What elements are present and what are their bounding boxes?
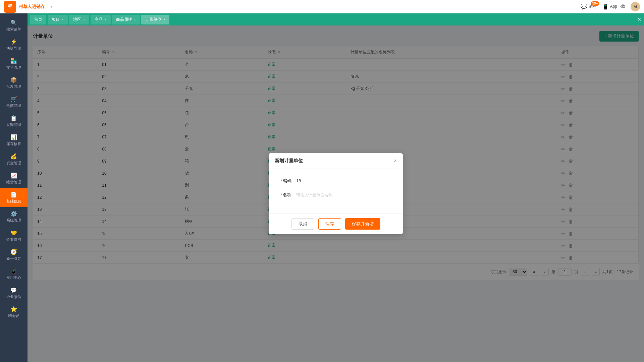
avatar[interactable]: Ai (631, 2, 640, 11)
tab-product-attr-label: 商品属性 (116, 17, 132, 22)
sidebar-item-inventory[interactable]: 📊 库存核算 (0, 131, 28, 150)
top-bar: 稻 稻草人进销存 ▾ 💬 消息 99+ 📱 App下载 Ai (0, 0, 644, 13)
name-input[interactable] (294, 191, 397, 199)
tab-product-attr[interactable]: 商品属性 × (112, 15, 140, 24)
download-icon: 📱 (602, 3, 609, 10)
sidebar-item-system[interactable]: ⚙️ 系统管理 (0, 207, 28, 226)
sidebar-item-guide[interactable]: 🧭 新手引导 (0, 245, 28, 264)
sidebar-label-guide: 新手引导 (6, 256, 21, 261)
sidebar-label-app: 应用中心 (6, 275, 21, 280)
sidebar-label-purchase: 采购管理 (6, 122, 21, 127)
logo-icon: 稻 (4, 1, 16, 13)
modal-footer: 取消 保存 保存并新增 (269, 213, 403, 234)
sidebar-item-retail[interactable]: 🏪 零售管理 (0, 54, 28, 73)
sidebar-item-search-menu[interactable]: 🔍 搜索菜单 (0, 16, 28, 35)
code-input[interactable] (294, 177, 397, 185)
finance-icon: 💰 (10, 153, 17, 160)
tab-home[interactable]: 首页 (30, 15, 46, 24)
sidebar-item-app-center[interactable]: 📱 应用中心 (0, 264, 28, 284)
app-center-icon: 📱 (10, 268, 17, 274)
avatar-text: Ai (634, 5, 637, 9)
message-icon: 💬 (581, 3, 587, 10)
app-download-button[interactable]: 📱 App下载 (602, 3, 625, 10)
sidebar-item-basic-info[interactable]: 📄 基础信息 (0, 188, 28, 207)
tab-product-close[interactable]: × (105, 18, 107, 21)
dropdown-icon[interactable]: ▾ (50, 4, 52, 9)
cancel-button[interactable]: 取消 (291, 218, 314, 230)
form-row-code: *编码 (275, 177, 397, 185)
sidebar-item-finance[interactable]: 💰 资金管理 (0, 150, 28, 169)
retail-icon: 🏪 (10, 58, 17, 64)
tab-unit[interactable]: 计量单位 × (141, 15, 169, 24)
ecom-icon: 🛒 (10, 96, 17, 102)
sidebar-item-business[interactable]: 📈 经营管理 (0, 169, 28, 188)
logo-area: 稻 稻草人进销存 ▾ (4, 1, 52, 13)
guide-icon: 🧭 (10, 249, 17, 255)
purchase-icon: 📋 (10, 115, 17, 121)
sidebar-label-wholesale: 批发管理 (6, 84, 21, 89)
sidebar-label-enterprise: 企业微信 (6, 294, 21, 299)
sidebar-label-ecom: 电商管理 (6, 103, 21, 108)
sidebar-label-partner: 企业协同 (6, 237, 21, 242)
save-button[interactable]: 保存 (318, 218, 341, 230)
sidebar-item-quick-nav[interactable]: ⚡ 快捷导航 (0, 35, 28, 54)
layout: 🔍 搜索菜单 ⚡ 快捷导航 🏪 零售管理 📦 批发管理 🛒 电商管理 📋 采购管… (0, 13, 644, 362)
content-area: 计量单位 + 新增计量单位 序号 编号 ⇅ 名称 ⇅ 状态 ⇅ 计量单位匹配的名… (28, 25, 644, 362)
tab-project[interactable]: 项目 × (48, 15, 68, 24)
basic-info-icon: 📄 (10, 191, 17, 198)
system-icon: ⚙️ (10, 210, 17, 217)
main-area: 首页 项目 × 地区 × 商品 × 商品属性 × 计量单位 × ✕ (28, 13, 644, 362)
sidebar-label-basic: 基础信息 (6, 199, 21, 204)
sidebar-item-enterprise[interactable]: 💬 企业微信 (0, 284, 28, 303)
tab-region[interactable]: 地区 × (69, 15, 89, 24)
business-icon: 📈 (10, 172, 17, 179)
sidebar-label-system: 系统管理 (6, 218, 21, 223)
sidebar-item-wholesale[interactable]: 📦 批发管理 (0, 73, 28, 93)
tab-home-label: 首页 (34, 17, 42, 22)
sidebar-label-finance: 资金管理 (6, 161, 21, 166)
top-right-area: 💬 消息 99+ 📱 App下载 Ai (581, 2, 640, 11)
sidebar-label-inventory: 库存核算 (6, 141, 21, 146)
tab-project-close[interactable]: × (62, 18, 64, 21)
tab-product-label: 商品 (95, 17, 103, 22)
sidebar-item-ecom[interactable]: 🛒 电商管理 (0, 93, 28, 112)
search-icon: 🔍 (10, 19, 17, 26)
sidebar-label-membership: 嗨会员 (8, 313, 19, 318)
save-and-add-button[interactable]: 保存并新增 (345, 218, 380, 230)
membership-icon: ⭐ (10, 306, 17, 312)
inventory-icon: 📊 (10, 134, 17, 140)
tab-unit-close[interactable]: × (163, 18, 165, 21)
name-label: *名称 (275, 192, 291, 198)
sidebar-item-partner[interactable]: 🤝 企业协同 (0, 226, 28, 245)
required-star-code: * (280, 178, 282, 183)
modal-body: *编码 *名称 (269, 169, 403, 213)
tab-project-label: 项目 (52, 17, 60, 22)
sidebar-label-business: 经营管理 (6, 180, 21, 185)
wholesale-icon: 📦 (10, 77, 17, 83)
partner-icon: 🤝 (10, 230, 17, 236)
tab-product-attr-close[interactable]: × (134, 18, 136, 21)
logo-name: 稻草人进销存 (19, 4, 45, 9)
message-badge: 99+ (591, 1, 599, 6)
tab-bar-close-button[interactable]: ✕ (637, 17, 641, 22)
add-unit-modal: 新增计量单位 × *编码 *名称 (269, 153, 403, 234)
quick-nav-icon: ⚡ (10, 39, 17, 45)
modal-overlay: 新增计量单位 × *编码 *名称 (28, 25, 644, 362)
modal-close-button[interactable]: × (394, 158, 397, 164)
tab-bar: 首页 项目 × 地区 × 商品 × 商品属性 × 计量单位 × ✕ (28, 13, 644, 25)
modal-title: 新增计量单位 (275, 158, 303, 164)
form-row-name: *名称 (275, 191, 397, 199)
sidebar-item-membership[interactable]: ⭐ 嗨会员 (0, 303, 28, 322)
sidebar-label-retail: 零售管理 (6, 65, 21, 70)
modal-header: 新增计量单位 × (269, 153, 403, 169)
sidebar: 🔍 搜索菜单 ⚡ 快捷导航 🏪 零售管理 📦 批发管理 🛒 电商管理 📋 采购管… (0, 13, 28, 362)
sidebar-label-search: 搜索菜单 (6, 27, 21, 32)
tab-unit-label: 计量单位 (145, 17, 161, 22)
sidebar-label-quick: 快捷导航 (6, 46, 21, 51)
tab-region-close[interactable]: × (83, 18, 85, 21)
sidebar-item-purchase[interactable]: 📋 采购管理 (0, 112, 28, 131)
enterprise-icon: 💬 (10, 287, 17, 293)
tab-product[interactable]: 商品 × (91, 15, 111, 24)
tab-region-label: 地区 (73, 17, 81, 22)
message-button[interactable]: 💬 消息 99+ (581, 3, 597, 10)
